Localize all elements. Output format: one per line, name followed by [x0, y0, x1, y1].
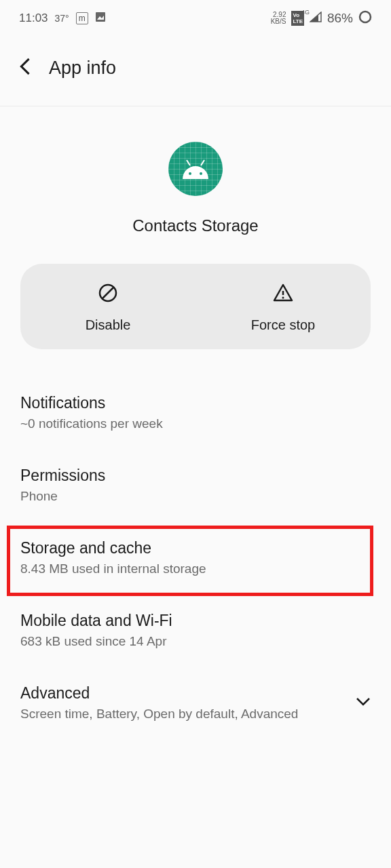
battery-circle-icon [358, 10, 372, 27]
data-item[interactable]: Mobile data and Wi-Fi 683 kB used since … [20, 601, 371, 660]
signal-icon: 4G [310, 12, 322, 26]
permissions-sub: Phone [20, 489, 371, 504]
status-right: 2.92 KB/S VoLTE 4G 86% [271, 10, 372, 27]
app-name: Contacts Storage [132, 216, 258, 235]
permissions-title: Permissions [20, 467, 371, 485]
disable-button[interactable]: Disable [20, 283, 196, 333]
page-header: App info [0, 37, 391, 106]
svg-point-8 [200, 172, 202, 175]
picture-icon [95, 12, 106, 26]
svg-line-10 [102, 287, 114, 299]
status-bar: 11:03 37° m 2.92 KB/S VoLTE 4G 86% [0, 0, 391, 37]
disable-label: Disable [86, 317, 131, 333]
svg-point-4 [360, 12, 371, 22]
battery-percent: 86% [327, 11, 353, 26]
force-stop-button[interactable]: Force stop [196, 283, 371, 333]
svg-line-5 [187, 160, 190, 165]
advanced-item[interactable]: Advanced Screen time, Battery, Open by d… [20, 673, 371, 732]
force-stop-label: Force stop [251, 317, 315, 333]
action-row: Disable Force stop [20, 264, 371, 349]
notifications-sub: ~0 notifications per week [20, 416, 371, 431]
m-icon: m [76, 12, 88, 24]
data-title: Mobile data and Wi-Fi [20, 612, 371, 630]
app-header: Contacts Storage [0, 106, 391, 261]
status-temp: 37° [55, 13, 69, 24]
disable-icon [98, 283, 118, 307]
svg-point-7 [189, 172, 191, 175]
status-time: 11:03 [19, 12, 48, 25]
svg-line-6 [201, 160, 204, 165]
notifications-title: Notifications [20, 394, 371, 412]
data-sub: 683 kB used since 14 Apr [20, 634, 371, 649]
settings-list: Notifications ~0 notifications per week … [0, 383, 391, 732]
back-icon[interactable] [19, 57, 31, 79]
status-left: 11:03 37° m [19, 12, 106, 26]
permissions-item[interactable]: Permissions Phone [20, 456, 371, 515]
storage-item[interactable]: Storage and cache 8.43 MB used in intern… [20, 528, 371, 587]
advanced-title: Advanced [20, 684, 298, 703]
storage-sub: 8.43 MB used in internal storage [20, 561, 371, 576]
svg-point-13 [282, 297, 284, 299]
warning-icon [273, 283, 293, 307]
notifications-item[interactable]: Notifications ~0 notifications per week [20, 383, 371, 442]
chevron-down-icon [356, 697, 371, 709]
app-icon [168, 142, 223, 196]
netspeed: 2.92 KB/S [271, 12, 286, 25]
storage-title: Storage and cache [20, 539, 371, 557]
page-title: App info [49, 58, 116, 79]
advanced-sub: Screen time, Battery, Open by default, A… [20, 707, 298, 722]
